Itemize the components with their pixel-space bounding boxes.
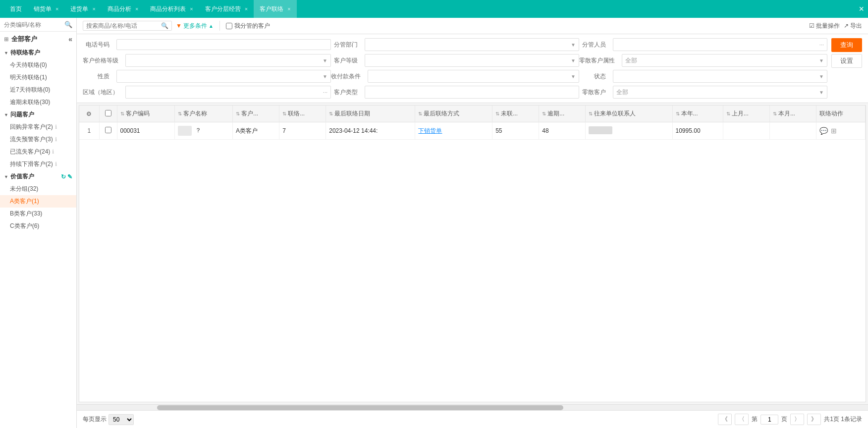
nav-product-analysis-list-close[interactable]: × xyxy=(190,6,193,12)
row-last-contact-method[interactable]: 下销货单 xyxy=(415,122,492,140)
prev-page-button[interactable]: 〈 xyxy=(735,414,749,425)
sidebar-item-repurchase-anomaly[interactable]: 回购异常客户(2) ℹ xyxy=(0,121,76,133)
table-header-contact-count[interactable]: 联络... xyxy=(279,106,326,122)
filter-price-grade-select[interactable]: ▼ xyxy=(125,54,331,67)
nav-sales-order[interactable]: 销货单 × xyxy=(28,0,64,18)
sidebar-item-today[interactable]: 今天待联络(0) xyxy=(0,59,76,71)
select-all-checkbox[interactable] xyxy=(105,110,111,116)
nav-product-analysis[interactable]: 商品分析 × xyxy=(102,0,144,18)
sidebar-item-declining[interactable]: 持续下滑客户(2) ℹ xyxy=(0,158,76,170)
sidebar-item-lost[interactable]: 已流失客户(24) ℹ xyxy=(0,146,76,158)
sidebar-item-c-class[interactable]: C类客户(6) xyxy=(0,220,76,232)
nav-product-analysis-list[interactable]: 商品分析列表 × xyxy=(144,0,199,18)
nav-sales-order-close[interactable]: × xyxy=(55,6,58,12)
sidebar-item-loss-warning[interactable]: 流失预警客户(3) ℹ xyxy=(0,133,76,146)
last-page-button[interactable]: 》 xyxy=(807,414,821,425)
sidebar-value-label: 价值客户 xyxy=(10,172,34,181)
table-header-contact-person[interactable]: 往来单位联系人 xyxy=(586,106,672,122)
table-header-gear[interactable]: ⚙ xyxy=(79,106,99,122)
filter-customer-type-select[interactable] xyxy=(365,86,579,99)
value-edit-icon[interactable]: ✎ xyxy=(67,173,72,180)
sidebar-value-icons: ↻ ✎ xyxy=(61,173,72,180)
sidebar-problem-group[interactable]: ▼ 问题客户 xyxy=(0,108,76,121)
table-header-last-month[interactable]: 上月... xyxy=(723,106,769,122)
nav-customer-contact-close[interactable]: × xyxy=(287,6,290,12)
batch-operation-button[interactable]: ☑ 批量操作 xyxy=(809,22,840,30)
nav-home[interactable]: 首页 xyxy=(4,0,28,18)
sidebar-item-overdue[interactable]: 逾期未联络(30) xyxy=(0,96,76,108)
filter-retail-attr-select[interactable]: 全部 ▼ xyxy=(622,54,827,67)
horizontal-scrollbar[interactable] xyxy=(77,404,868,410)
filter-nature-cell: 性质 ▼ xyxy=(83,70,331,83)
filter-dept-select[interactable]: ▼ xyxy=(365,38,579,51)
filter-search-input[interactable] xyxy=(86,22,159,29)
sidebar-collapse-icon[interactable]: « xyxy=(68,35,72,43)
sidebar-item-a-class[interactable]: A类客户(1) xyxy=(0,195,76,208)
first-page-button[interactable]: 《 xyxy=(718,414,732,425)
filter-retail-select[interactable]: 全部 ▼ xyxy=(613,86,827,99)
nav-customer-segmentation-close[interactable]: × xyxy=(245,6,248,12)
row-contact-person xyxy=(586,122,672,140)
filter-dept-cell: 分管部门 ▼ xyxy=(331,38,579,51)
page-size-selector: 每页显示 50 100 200 xyxy=(83,414,134,425)
page-size-select-input[interactable]: 50 100 200 xyxy=(108,414,134,425)
sidebar-item-7days[interactable]: 近7天待联络(0) xyxy=(0,84,76,96)
sidebar-item-b-class[interactable]: B类客户(33) xyxy=(0,208,76,220)
sidebar-value-group[interactable]: ▼ 价值客户 ↻ ✎ xyxy=(0,170,76,183)
filter-region-dots-icon: ··· xyxy=(323,89,327,95)
export-button[interactable]: ↗ 导出 xyxy=(844,22,862,30)
table-header-overdue[interactable]: 逾期... xyxy=(539,106,586,122)
filter-customer-grade-select[interactable]: ▼ xyxy=(365,54,579,67)
row-this-month xyxy=(769,122,816,140)
table-header-this-month[interactable]: 本月... xyxy=(769,106,816,122)
sidebar-item-today-label: 今天待联络(0) xyxy=(10,61,47,69)
nav-product-analysis-list-label: 商品分析列表 xyxy=(150,5,186,13)
table-header-uncontacted[interactable]: 未联... xyxy=(492,106,539,122)
sidebar-item-tomorrow[interactable]: 明天待联络(1) xyxy=(0,71,76,84)
row-overdue: 48 xyxy=(539,122,586,140)
filter-search-icon[interactable]: 🔍 xyxy=(161,22,168,29)
nav-product-analysis-close[interactable]: × xyxy=(135,6,138,12)
setting-button[interactable]: 设置 xyxy=(831,54,862,68)
table-header-customer-type[interactable]: 客户... xyxy=(233,106,279,122)
nav-purchase-order[interactable]: 进货单 × xyxy=(64,0,101,18)
table-header-last-contact-date[interactable]: 最后联络日期 xyxy=(326,106,415,122)
next-page-button[interactable]: 〉 xyxy=(790,414,804,425)
filter-phone-input[interactable] xyxy=(116,39,331,50)
window-close-icon[interactable]: × xyxy=(859,4,864,14)
sidebar-item-tomorrow-label: 明天待联络(1) xyxy=(10,73,47,82)
sidebar-search-icon[interactable]: 🔍 xyxy=(64,21,72,28)
query-button[interactable]: 查询 xyxy=(831,38,862,52)
sidebar-pending-label: 待联络客户 xyxy=(10,49,40,57)
my-customers-checkbox-input[interactable] xyxy=(226,23,232,29)
sidebar-pending-group[interactable]: ▼ 待联络客户 xyxy=(0,47,76,59)
nav-customer-segmentation[interactable]: 客户分层经营 × xyxy=(199,0,254,18)
row-uncontacted: 55 xyxy=(492,122,539,140)
filter-customer-type-label: 客户类型 xyxy=(331,88,361,97)
sidebar-search-input[interactable] xyxy=(4,21,62,28)
nav-customer-contact[interactable]: 客户联络 × xyxy=(254,0,296,18)
filter-payment-select[interactable]: ▼ xyxy=(368,70,579,83)
sidebar-item-unclassified[interactable]: 未分组(32) xyxy=(0,183,76,195)
filter-nature-select[interactable]: ▼ xyxy=(116,70,331,83)
export-label: 导出 xyxy=(850,22,862,30)
filter-region-select[interactable]: ··· xyxy=(125,86,331,99)
filter-status-select[interactable]: ▼ xyxy=(613,70,827,83)
table-header-this-year[interactable]: 本年... xyxy=(672,106,723,122)
filter-manager-select[interactable]: ··· xyxy=(613,38,827,51)
filter-payment-label: 收付款条件 xyxy=(331,72,364,81)
nav-purchase-order-close[interactable]: × xyxy=(92,6,95,12)
value-refresh-icon[interactable]: ↻ xyxy=(61,173,66,180)
scrollbar-thumb[interactable] xyxy=(157,405,563,410)
action-link-icon[interactable]: ⊞ xyxy=(831,127,837,135)
table-header-last-contact-method[interactable]: 最后联络方式 xyxy=(415,106,492,122)
row-checkbox[interactable] xyxy=(105,127,111,133)
table-header-code[interactable]: 客户编码 xyxy=(117,106,175,122)
my-customers-checkbox[interactable]: 我分管的客户 xyxy=(226,22,270,30)
row-last-contact-link[interactable]: 下销货单 xyxy=(418,127,442,134)
page-number-input[interactable] xyxy=(760,415,778,425)
table-header-name[interactable]: 客户名称 xyxy=(175,106,233,122)
filter-more-button[interactable]: ▼ 更多条件 ▲ xyxy=(176,22,214,30)
action-message-icon[interactable]: 💬 xyxy=(819,127,828,135)
sidebar-problem-label: 问题客户 xyxy=(10,110,34,119)
